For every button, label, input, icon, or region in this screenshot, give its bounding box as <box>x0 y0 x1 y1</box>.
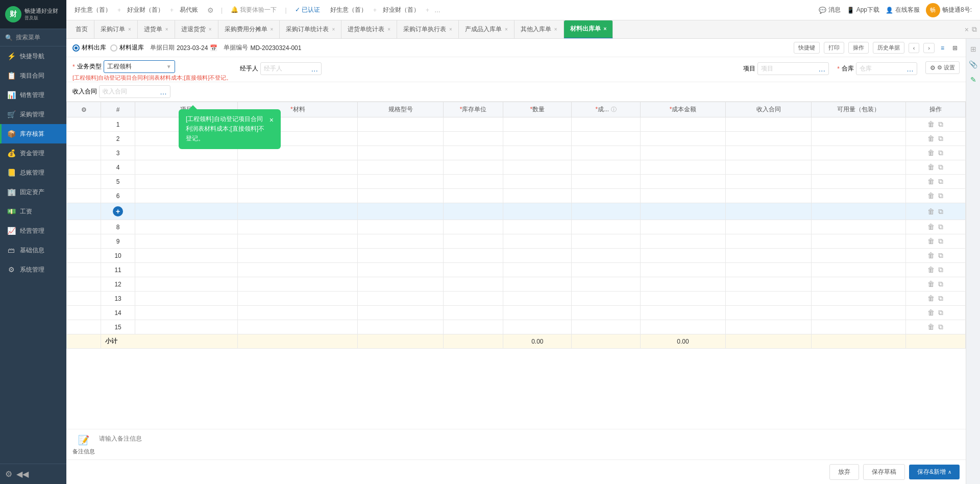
delete-row-icon[interactable]: 🗑 <box>927 207 935 215</box>
tab-home[interactable]: 首页 <box>69 20 94 39</box>
footer-collapse-icon[interactable]: ◀◀ <box>16 469 29 479</box>
agent-dots-icon[interactable]: … <box>311 65 318 73</box>
discard-btn[interactable]: 放弃 <box>829 464 859 480</box>
tab-close-purchase-expense[interactable]: × <box>271 27 274 32</box>
sidebar-item-accounting[interactable]: 📒 总账管理 <box>0 163 66 182</box>
sidebar-item-sales[interactable]: 📊 销售管理 <box>0 85 66 105</box>
tab-close-product-in[interactable]: × <box>505 27 508 32</box>
tab-close-purchase-order[interactable]: × <box>128 27 131 32</box>
row-material-input[interactable] <box>240 208 355 215</box>
delete-row-icon[interactable]: 🗑 <box>927 149 935 157</box>
copy-row-icon[interactable]: ⧉ <box>938 163 943 171</box>
tab-inbound-return[interactable]: 进退货货 × <box>175 20 218 39</box>
nav-next-btn[interactable]: › <box>923 43 935 53</box>
topbar-tag-yidaizhang[interactable]: 易代账 <box>176 5 202 15</box>
tab-close-purchase-stats[interactable]: × <box>332 27 335 32</box>
delete-row-icon[interactable]: 🗑 <box>927 237 935 245</box>
row-material-cell[interactable] <box>238 203 358 220</box>
topbar-settings-icon[interactable]: ⚙ <box>204 5 217 15</box>
copy-row-icon[interactable]: ⧉ <box>938 265 943 274</box>
copy-row-icon[interactable]: ⧉ <box>938 191 943 200</box>
delete-row-icon[interactable]: 🗑 <box>927 191 935 200</box>
tab-close-other-in[interactable]: × <box>554 27 557 32</box>
tooltip-close-btn[interactable]: × <box>270 114 274 126</box>
row-project-input[interactable] <box>137 208 235 215</box>
income-contract-input[interactable]: 收入合同 … <box>99 85 170 98</box>
copy-row-icon[interactable]: ⧉ <box>938 120 943 128</box>
delete-row-icon[interactable]: 🗑 <box>927 177 935 185</box>
topbar-tag-try[interactable]: 🔔 我要体验一下 <box>227 5 281 15</box>
agent-input[interactable]: 经手人 … <box>260 62 322 75</box>
right-tool-clip-icon[interactable]: 📎 <box>967 58 979 70</box>
sidebar-item-basic[interactable]: 🗃 基础信息 <box>0 240 66 260</box>
topbar-more-btn[interactable]: … <box>431 6 444 15</box>
th-settings[interactable]: ⚙ <box>67 102 101 117</box>
tab-purchase-exec[interactable]: 采购订单执行表 × <box>397 20 459 39</box>
sidebar-item-system[interactable]: ⚙ 系统管理 <box>0 260 66 279</box>
settings-btn[interactable]: ⚙ ⚙ 设置 <box>925 61 960 74</box>
topbar-tag-haoshengyi[interactable]: 好生意（首） <box>70 5 115 15</box>
history-btn[interactable]: 历史单据 <box>873 42 904 54</box>
topbar-tag-verified[interactable]: ✓ 已认证 <box>291 5 324 15</box>
tab-restore-icon[interactable]: ⧉ <box>972 25 977 34</box>
business-type-select[interactable]: 工程领料 ▼ <box>104 60 175 73</box>
copy-row-icon[interactable]: ⧉ <box>938 177 943 185</box>
warehouse-input[interactable]: 仓库 … <box>856 62 917 75</box>
right-tool-grid-icon[interactable]: ⊞ <box>968 43 978 55</box>
topbar-app-download[interactable]: 📱 App下载 <box>847 6 879 14</box>
save-new-arrow-icon[interactable]: ∧ <box>948 469 951 475</box>
tab-close-all[interactable]: × <box>965 26 969 34</box>
delete-row-icon[interactable]: 🗑 <box>927 163 935 171</box>
sidebar-item-payroll[interactable]: 💵 工资 <box>0 202 66 221</box>
project-dots-icon[interactable]: … <box>818 65 825 73</box>
tab-other-in[interactable]: 其他入库单 × <box>514 20 564 39</box>
sidebar-item-purchase[interactable]: 🛒 采购管理 <box>0 105 66 124</box>
save-new-btn[interactable]: 保存&新增 ∧ <box>909 465 960 479</box>
shortcuts-btn[interactable]: 快捷键 <box>794 42 820 54</box>
copy-row-icon[interactable]: ⧉ <box>938 323 943 331</box>
notes-input[interactable] <box>99 433 960 450</box>
topbar-tag-haoyecai[interactable]: 好业财（首） <box>123 5 168 15</box>
delete-row-icon[interactable]: 🗑 <box>927 265 935 274</box>
income-contract-dots-icon[interactable]: … <box>160 88 167 96</box>
print-btn[interactable]: 打印 <box>824 42 844 54</box>
topbar-online-support[interactable]: 👤 在线客服 <box>886 6 920 14</box>
copy-row-icon[interactable]: ⧉ <box>938 149 943 157</box>
tab-close-material-out[interactable]: × <box>604 26 607 32</box>
footer-settings-icon[interactable]: ⚙ <box>5 469 12 479</box>
topbar-message[interactable]: 💬 消息 <box>819 6 841 14</box>
row-project-cell[interactable] <box>135 203 238 220</box>
nav-prev-btn[interactable]: ‹ <box>909 43 920 53</box>
delete-row-icon[interactable]: 🗑 <box>927 280 935 288</box>
delete-row-icon[interactable]: 🗑 <box>927 323 935 331</box>
tab-material-out[interactable]: 材料出库单 × <box>564 20 614 39</box>
tab-product-in[interactable]: 产成品入库单 × <box>459 20 514 39</box>
calendar-icon[interactable]: 📅 <box>210 44 217 52</box>
copy-row-icon[interactable]: ⧉ <box>938 134 943 142</box>
tab-purchase-stats[interactable]: 采购订单统计表 × <box>280 20 341 39</box>
topbar-tag-haoyecai2[interactable]: 好业财（首） <box>379 5 424 15</box>
tab-close-purchase-exec[interactable]: × <box>449 27 452 32</box>
delete-row-icon[interactable]: 🗑 <box>927 294 935 302</box>
delete-row-icon[interactable]: 🗑 <box>927 223 935 231</box>
topbar-user[interactable]: 畅 畅捷通8号: <box>926 3 972 17</box>
view-card-btn[interactable]: ⊞ <box>950 43 960 53</box>
copy-row-icon[interactable]: ⧉ <box>938 237 943 245</box>
copy-row-icon[interactable]: ⧉ <box>938 280 943 288</box>
sidebar-item-assets[interactable]: 🏢 固定资产 <box>0 182 66 202</box>
save-draft-btn[interactable]: 保存草稿 <box>863 464 905 480</box>
add-row-btn[interactable]: + <box>113 206 123 216</box>
ops-btn[interactable]: 操作 <box>848 42 869 54</box>
right-tool-edit-icon[interactable]: ✎ <box>968 74 978 86</box>
tab-purchase-expense[interactable]: 采购费用分摊单 × <box>218 20 280 39</box>
sidebar-item-inventory[interactable]: 📦 库存核算 <box>0 124 66 143</box>
topbar-tag-haoshengyi2[interactable]: 好生意（首） <box>326 5 371 15</box>
delete-row-icon[interactable]: 🗑 <box>927 251 935 259</box>
radio-material-out[interactable]: 材料出库 <box>72 43 106 52</box>
tab-inbound-stats[interactable]: 进货单统计表 × <box>341 20 397 39</box>
delete-row-icon[interactable]: 🗑 <box>927 134 935 142</box>
copy-row-icon[interactable]: ⧉ <box>938 223 943 231</box>
copy-row-icon[interactable]: ⧉ <box>938 308 943 317</box>
tab-close-inbound[interactable]: × <box>165 27 168 32</box>
tab-purchase-order[interactable]: 采购订单 × <box>94 20 138 39</box>
